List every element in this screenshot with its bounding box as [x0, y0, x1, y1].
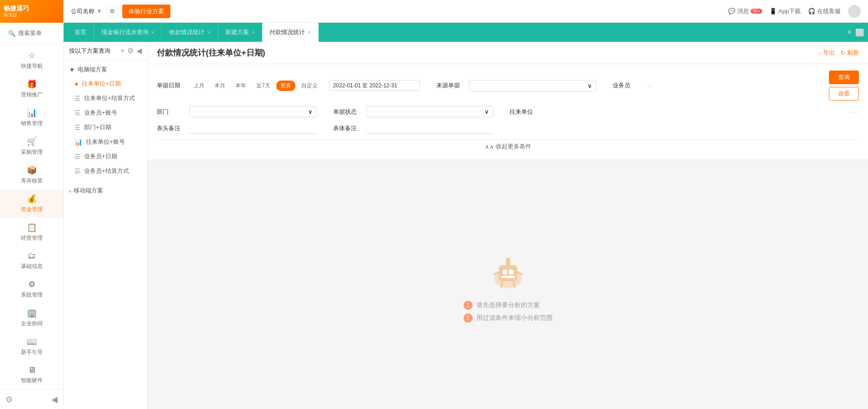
- tab-new-scheme-close[interactable]: ×: [252, 30, 254, 35]
- sidebar-label-hardware: 智能硬件: [21, 377, 43, 384]
- money-icon: 💰: [27, 194, 37, 204]
- online-service-item[interactable]: 🎧 在线客服: [808, 7, 841, 15]
- partner-filter-label: 往来单位: [509, 108, 535, 116]
- collapse-conditions-button[interactable]: ∧∧ 收起更多条件: [157, 139, 859, 153]
- date-btn-custom[interactable]: 自定义: [297, 80, 322, 91]
- search-menu-item[interactable]: 🔍 搜索菜单: [5, 26, 59, 40]
- export-button[interactable]: ↑ 导出: [818, 49, 835, 57]
- sidebar-label-sales: 销售管理: [21, 120, 43, 127]
- phone-icon: 📱: [769, 8, 777, 15]
- scheme-item-label-6: 业务员+结算方式: [84, 167, 129, 175]
- salesperson-dots[interactable]: ···: [645, 82, 653, 89]
- tab-payment-stats-close[interactable]: ×: [308, 30, 310, 35]
- tab-home[interactable]: 首页: [67, 23, 94, 42]
- headset-icon: 🎧: [808, 8, 815, 15]
- sidebar-item-quick-nav[interactable]: ☆ 快捷导航: [0, 46, 63, 75]
- tip-number-2: 2: [464, 313, 473, 323]
- source-select[interactable]: ∨: [469, 80, 596, 91]
- refresh-icon: ↻: [840, 50, 845, 56]
- scheme-active-icon: ●: [75, 80, 78, 87]
- trial-button[interactable]: 体验行业方案: [122, 5, 170, 18]
- tab-payment-stats[interactable]: 付款情况统计 ×: [262, 23, 318, 42]
- settings-button[interactable]: ⚙: [106, 5, 119, 18]
- scheme-header: 按以下方案查询 + ⚙ ◀: [64, 42, 147, 60]
- tab-receipt-stats-close[interactable]: ×: [207, 30, 210, 35]
- sidebar-item-marketing[interactable]: 🎁 营销推广: [0, 75, 63, 103]
- filter-row-1: 单据日期 上月 本月 本年 近7天 更多 自定义 来源单据: [157, 71, 859, 101]
- data-area: 1 请先选择要分析的方案 2 用过滤条件来缩小分析范围: [148, 160, 868, 409]
- scheme-group-mobile-header[interactable]: › 移动端方案: [64, 184, 147, 197]
- scheme-item-dept-date[interactable]: ☰ 部门+日期: [64, 120, 147, 135]
- tab-maximize-icon[interactable]: ⬜: [855, 28, 864, 37]
- sidebar-item-purchase[interactable]: 🛒 采购管理: [0, 132, 63, 161]
- sidebar-item-guide[interactable]: 📖 新手引导: [0, 332, 63, 361]
- scheme-item-label-0: 往来单位+日期: [82, 80, 121, 88]
- scheme-collapse-icon[interactable]: ◀: [136, 46, 142, 55]
- body-note-input[interactable]: [366, 123, 493, 134]
- header-note-input[interactable]: [190, 123, 317, 134]
- page-header: 付款情况统计(往来单位+日期) ↑ 导出 ↻ 刷新: [148, 42, 868, 64]
- scheme-item-partner-payment[interactable]: ☰ 往来单位+结算方式: [64, 91, 147, 106]
- right-content: 付款情况统计(往来单位+日期) ↑ 导出 ↻ 刷新: [148, 42, 868, 409]
- tab-new-scheme[interactable]: 新建方案 ×: [218, 23, 262, 42]
- sidebar-collapse-icon[interactable]: ◀: [51, 394, 58, 404]
- tab-bar: 首页 现金银行流水查询 × 收款情况统计 × 新建方案 × 付款情况统计 × ×…: [64, 23, 868, 42]
- settings-small-button[interactable]: 设置: [829, 87, 859, 101]
- sidebar-item-enterprise[interactable]: 🏢 企业协同: [0, 303, 63, 332]
- salesperson-filter-label: 业务员: [613, 81, 638, 90]
- user-avatar[interactable]: [848, 5, 861, 18]
- box-icon: 📦: [27, 165, 37, 175]
- sidebar-item-fund[interactable]: 💰 资金管理: [0, 189, 63, 218]
- refresh-button[interactable]: ↻ 刷新: [840, 49, 859, 57]
- app-download-item[interactable]: 📱 App下载: [769, 7, 801, 15]
- query-button[interactable]: 查询: [829, 71, 859, 84]
- sidebar-item-basic[interactable]: 🗂 基础信息: [0, 247, 63, 275]
- sidebar-logo: 畅捷通巧 标准版: [0, 0, 63, 23]
- messages-item[interactable]: 💬 消息 99+: [728, 7, 762, 15]
- date-btn-this-year[interactable]: 本年: [231, 80, 250, 91]
- dept-select[interactable]: ∨: [190, 106, 317, 117]
- sidebar-settings-icon[interactable]: ⚙: [5, 394, 13, 404]
- status-select[interactable]: ∨: [366, 106, 493, 117]
- scheme-header-label: 按以下方案查询: [69, 47, 110, 55]
- chevron-down-icon: ▼: [96, 8, 102, 15]
- date-btn-last-7days[interactable]: 近7天: [252, 80, 274, 91]
- filter-actions-col: 查询 设置: [829, 71, 859, 101]
- scheme-item-partner-account[interactable]: 📊 往来单位+账号: [64, 135, 147, 149]
- date-btn-last-month[interactable]: 上月: [190, 80, 209, 91]
- scheme-item-salesperson-account[interactable]: ☰ 业务员+账号: [64, 106, 147, 120]
- date-btn-this-month[interactable]: 本月: [210, 80, 229, 91]
- scheme-group-desktop-header[interactable]: ▼ 电脑端方案: [64, 63, 147, 76]
- tab-close-all-icon[interactable]: ×: [848, 28, 852, 36]
- scheme-list-icon-3: ☰: [75, 124, 80, 131]
- scheme-add-icon[interactable]: +: [120, 47, 125, 55]
- scheme-settings-icon[interactable]: ⚙: [127, 46, 134, 55]
- sidebar-item-hardware[interactable]: 🖥 智能硬件: [0, 361, 63, 389]
- scheme-item-salesperson-payment[interactable]: ☰ 业务员+结算方式: [64, 164, 147, 178]
- sidebar-item-system[interactable]: ⚙ 系统管理: [0, 275, 63, 303]
- gift-icon: 🎁: [27, 79, 37, 89]
- chevron-up-icon: ∧∧: [485, 143, 494, 150]
- scheme-group-desktop: ▼ 电脑端方案 ● 往来单位+日期 ☰ 往来单位+结算方式 ☰ 业务员+账号: [64, 60, 147, 181]
- empty-tip-1: 1 请先选择要分析的方案: [464, 301, 553, 310]
- company-name: 公司名称: [71, 7, 95, 15]
- tab-cash-flow[interactable]: 现金银行流水查询 ×: [94, 23, 162, 42]
- hardware-icon: 🖥: [28, 365, 36, 375]
- header-note-label: 表头备注: [157, 124, 182, 132]
- tab-cash-flow-close[interactable]: ×: [151, 30, 154, 35]
- empty-state: 1 请先选择要分析的方案 2 用过滤条件来缩小分析范围: [445, 229, 571, 341]
- sidebar-item-sales[interactable]: 📊 销售管理: [0, 103, 63, 132]
- chevron-down-icon: ▼: [69, 66, 75, 73]
- partner-dots[interactable]: ···: [851, 108, 859, 115]
- sidebar-item-operations[interactable]: 📋 经营管理: [0, 218, 63, 247]
- scheme-item-partner-date[interactable]: ● 往来单位+日期: [64, 76, 147, 91]
- scheme-item-salesperson-date[interactable]: ☰ 业务员+日期: [64, 149, 147, 164]
- sidebar-item-inventory[interactable]: 📦 库存核算: [0, 161, 63, 189]
- tab-receipt-stats[interactable]: 收款情况统计 ×: [162, 23, 218, 42]
- date-btn-more[interactable]: 更多: [276, 81, 295, 91]
- company-selector[interactable]: 公司名称 ▼: [71, 7, 102, 15]
- date-range-input[interactable]: [329, 80, 420, 91]
- scheme-item-label-1: 往来单位+结算方式: [84, 94, 135, 102]
- tip-number-1: 1: [464, 301, 473, 310]
- top-bar-right: 💬 消息 99+ 📱 App下载 🎧 在线客服: [728, 5, 861, 18]
